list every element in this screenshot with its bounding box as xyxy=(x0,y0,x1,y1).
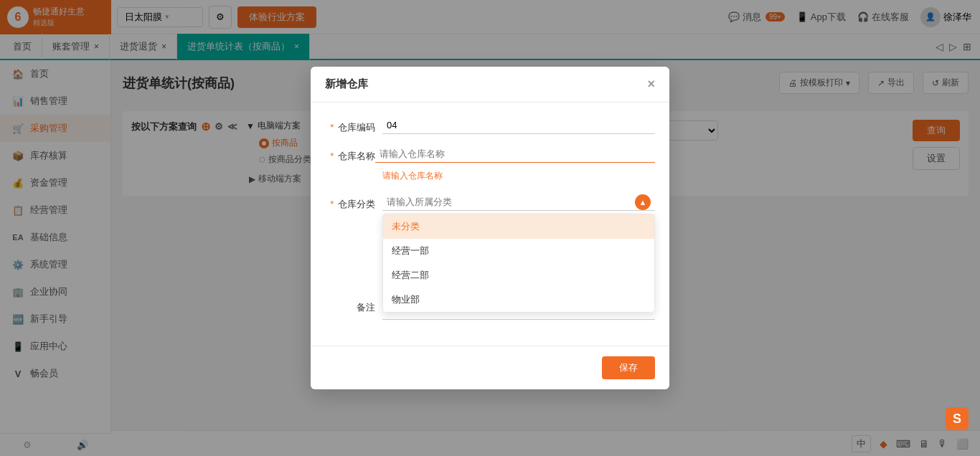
modal-header: 新增仓库 × xyxy=(311,67,669,103)
modal-body: * 仓库编码 * 仓库名称 请输入仓库名称 xyxy=(311,103,669,346)
category-field-row: * 仓库分类 ▲ 未分类 经营一部 经营二部 物业部 xyxy=(325,194,655,211)
modal-footer: 保存 xyxy=(311,346,669,389)
remark-label: 备注 xyxy=(325,297,375,314)
category-select-wrapper: ▲ 未分类 经营一部 经营二部 物业部 xyxy=(382,194,655,211)
name-label-text: 仓库名称 xyxy=(338,151,375,161)
category-dropdown: 未分类 经营一部 经营二部 物业部 xyxy=(382,214,655,313)
code-field-row: * 仓库编码 xyxy=(325,117,655,134)
name-error-wrapper: 请输入仓库名称 xyxy=(325,170,443,182)
category-arrow-button[interactable]: ▲ xyxy=(635,194,651,210)
remark-label-text: 备注 xyxy=(357,302,375,313)
code-label-text: 仓库编码 xyxy=(338,122,375,133)
chevron-up-icon: ▲ xyxy=(639,198,647,206)
dropdown-item-dept1[interactable]: 经营一部 xyxy=(383,239,654,263)
code-required-star: * xyxy=(330,122,334,133)
s-logo: S xyxy=(946,407,969,430)
save-button[interactable]: 保存 xyxy=(602,356,655,379)
name-input[interactable] xyxy=(375,146,655,163)
name-error-msg: 请输入仓库名称 xyxy=(382,171,443,181)
modal-backdrop: 新增仓库 × * 仓库编码 * 仓库名称 xyxy=(0,0,980,456)
name-required-star: * xyxy=(330,151,334,161)
category-label-text: 仓库分类 xyxy=(338,199,375,209)
code-input[interactable] xyxy=(382,117,655,134)
modal-title: 新增仓库 xyxy=(325,77,368,91)
modal-close-button[interactable]: × xyxy=(647,77,655,92)
dropdown-item-dept3[interactable]: 物业部 xyxy=(383,288,654,312)
name-label: * 仓库名称 xyxy=(325,146,375,163)
add-warehouse-modal: 新增仓库 × * 仓库编码 * 仓库名称 xyxy=(311,67,669,389)
category-label: * 仓库分类 xyxy=(325,194,375,211)
name-field-inner: * 仓库名称 xyxy=(325,146,655,163)
category-input[interactable] xyxy=(382,194,655,211)
name-field-row: * 仓库名称 请输入仓库名称 xyxy=(325,146,655,182)
dropdown-item-dept2[interactable]: 经营二部 xyxy=(383,263,654,288)
dropdown-item-unclassified[interactable]: 未分类 xyxy=(383,214,654,239)
code-label: * 仓库编码 xyxy=(325,117,375,134)
s-logo-text: S xyxy=(953,412,961,427)
category-required-star: * xyxy=(330,199,334,209)
